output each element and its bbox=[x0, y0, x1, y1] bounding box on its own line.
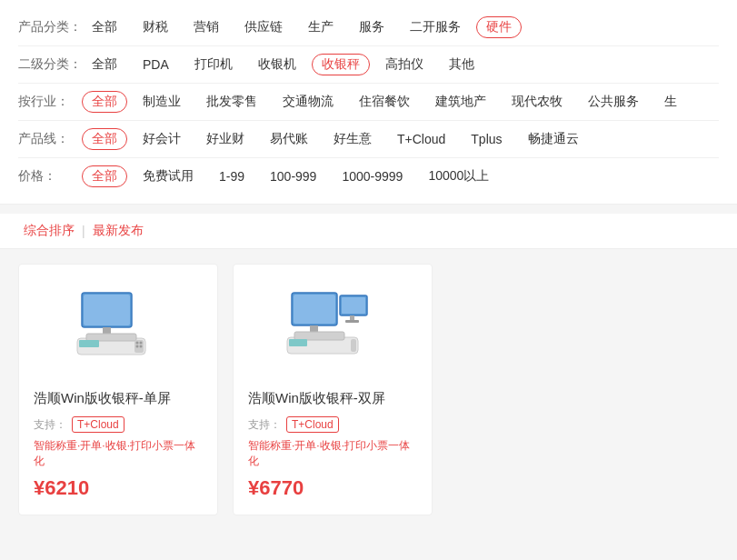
product-title-2: 浩顺Win版收银秤-双屏 bbox=[248, 390, 417, 407]
product-image-area-1 bbox=[34, 279, 203, 379]
sort-divider: | bbox=[80, 224, 87, 238]
sort-comprehensive[interactable]: 综合排序 bbox=[18, 221, 80, 241]
filter-item-price-p2[interactable]: 100-999 bbox=[260, 166, 326, 186]
filter-item-sub-other[interactable]: 其他 bbox=[439, 54, 484, 75]
filter-item-pl-tplus[interactable]: Tplus bbox=[461, 129, 512, 149]
filter-item-cat-all[interactable]: 全部 bbox=[82, 16, 127, 38]
svg-point-10 bbox=[140, 345, 143, 348]
filter-item-sub-pda[interactable]: PDA bbox=[133, 55, 179, 75]
filter-row-price: 价格： 全部 免费试用 1-99 100-999 1000-9999 10000… bbox=[18, 158, 719, 195]
filter-item-ind-manufacturing[interactable]: 制造业 bbox=[133, 91, 191, 113]
filter-item-sub-camera[interactable]: 高拍仪 bbox=[375, 54, 433, 75]
product-price-1: ¥6210 bbox=[34, 476, 203, 500]
filter-item-cat-hardware[interactable]: 硬件 bbox=[476, 16, 522, 38]
filter-items-sub-category: 全部 PDA 打印机 收银机 收银秤 高拍仪 其他 bbox=[82, 54, 484, 75]
filter-item-pl-all[interactable]: 全部 bbox=[82, 128, 127, 150]
filter-items-product-line: 全部 好会计 好业财 易代账 好生意 T+Cloud Tplus 畅捷通云 bbox=[82, 128, 589, 150]
filter-item-price-p1[interactable]: 1-99 bbox=[209, 166, 254, 186]
filter-item-pl-express[interactable]: 畅捷通云 bbox=[518, 128, 589, 150]
svg-rect-22 bbox=[351, 339, 356, 352]
filter-item-pl-business[interactable]: 好生意 bbox=[324, 128, 382, 150]
filter-item-ind-hospitality[interactable]: 住宿餐饮 bbox=[349, 91, 420, 113]
product-support-1: 支持： T+Cloud bbox=[34, 416, 203, 433]
filter-row-sub-category: 二级分类： 全部 PDA 打印机 收银机 收银秤 高拍仪 其他 bbox=[18, 46, 719, 84]
filter-item-pl-account[interactable]: 好会计 bbox=[133, 128, 191, 150]
filter-label-product-line: 产品线： bbox=[18, 131, 82, 147]
filter-item-cat-production[interactable]: 生产 bbox=[298, 16, 344, 38]
product-desc-1: 智能称重·开单·收银·打印小票一体化 bbox=[34, 438, 203, 469]
filter-item-ind-retail[interactable]: 批发零售 bbox=[196, 91, 267, 113]
filter-item-ind-logistics[interactable]: 交通物流 bbox=[273, 91, 344, 113]
filter-label-industry: 按行业： bbox=[18, 94, 82, 110]
filter-item-pl-finance[interactable]: 好业财 bbox=[196, 128, 254, 150]
filter-item-price-all[interactable]: 全部 bbox=[82, 165, 127, 187]
svg-rect-13 bbox=[294, 295, 335, 324]
svg-rect-15 bbox=[342, 297, 365, 314]
filter-label-sub-category: 二级分类： bbox=[18, 56, 82, 73]
svg-point-9 bbox=[136, 345, 139, 348]
filter-label-price: 价格： bbox=[18, 168, 82, 185]
product-image-1 bbox=[64, 288, 173, 370]
filter-item-pl-tcloud[interactable]: T+Cloud bbox=[387, 129, 455, 149]
filter-row-product-category: 产品分类： 全部 财税 营销 供应链 生产 服务 二开服务 硬件 bbox=[18, 9, 719, 46]
product-title-1: 浩顺Win版收银秤-单屏 bbox=[34, 390, 203, 407]
support-tag-2[interactable]: T+Cloud bbox=[286, 416, 339, 433]
filter-item-cat-service[interactable]: 服务 bbox=[349, 16, 394, 38]
svg-rect-19 bbox=[345, 320, 359, 323]
filter-item-cat-supply[interactable]: 供应链 bbox=[234, 16, 293, 38]
filter-item-cat-dev[interactable]: 二开服务 bbox=[400, 16, 471, 38]
product-price-2: ¥6770 bbox=[248, 476, 417, 500]
filter-item-sub-scale[interactable]: 收银秤 bbox=[312, 54, 370, 75]
support-tag-1[interactable]: T+Cloud bbox=[72, 416, 124, 433]
svg-rect-5 bbox=[86, 334, 136, 341]
support-label-2: 支持： bbox=[248, 417, 281, 433]
sort-latest[interactable]: 最新发布 bbox=[87, 221, 149, 241]
product-desc-2: 智能称重·开单·收银·打印小票一体化 bbox=[248, 438, 417, 469]
filter-item-cat-marketing[interactable]: 营销 bbox=[184, 16, 229, 38]
filter-item-pl-tax2[interactable]: 易代账 bbox=[260, 128, 318, 150]
product-image-area-2 bbox=[248, 279, 417, 379]
filter-item-ind-bio[interactable]: 生 bbox=[654, 91, 687, 113]
products-area: 浩顺Win版收银秤-单屏 支持： T+Cloud 智能称重·开单·收银·打印小票… bbox=[0, 249, 737, 530]
filter-row-product-line: 产品线： 全部 好会计 好业财 易代账 好生意 T+Cloud Tplus 畅捷… bbox=[18, 121, 719, 158]
svg-rect-23 bbox=[289, 339, 307, 346]
svg-rect-21 bbox=[294, 332, 344, 340]
filter-item-sub-cashier[interactable]: 收银机 bbox=[248, 54, 306, 75]
filter-items-product-category: 全部 财税 营销 供应链 生产 服务 二开服务 硬件 bbox=[82, 16, 522, 38]
filter-item-ind-public[interactable]: 公共服务 bbox=[578, 91, 649, 113]
product-card-2[interactable]: 浩顺Win版收银秤-双屏 支持： T+Cloud 智能称重·开单·收银·打印小票… bbox=[233, 264, 433, 515]
product-image-2 bbox=[278, 288, 387, 370]
filter-item-ind-realestate[interactable]: 建筑地产 bbox=[425, 91, 496, 113]
filter-items-price: 全部 免费试用 1-99 100-999 1000-9999 10000以上 bbox=[82, 165, 499, 187]
svg-point-7 bbox=[136, 342, 139, 345]
sort-bar: 综合排序 | 最新发布 bbox=[0, 214, 737, 249]
filter-item-sub-all[interactable]: 全部 bbox=[82, 54, 127, 75]
filter-label-product-category: 产品分类： bbox=[18, 19, 82, 35]
support-label-1: 支持： bbox=[34, 417, 66, 433]
filter-item-ind-agriculture[interactable]: 现代农牧 bbox=[502, 91, 573, 113]
filter-row-industry: 按行业： 全部 制造业 批发零售 交通物流 住宿餐饮 建筑地产 现代农牧 公共服… bbox=[18, 84, 719, 121]
filter-item-price-p3[interactable]: 1000-9999 bbox=[332, 166, 413, 186]
product-card-1[interactable]: 浩顺Win版收银秤-单屏 支持： T+Cloud 智能称重·开单·收银·打印小票… bbox=[18, 264, 218, 515]
filter-items-industry: 全部 制造业 批发零售 交通物流 住宿餐饮 建筑地产 现代农牧 公共服务 生 bbox=[82, 91, 687, 113]
filter-item-ind-all[interactable]: 全部 bbox=[82, 91, 127, 113]
product-support-2: 支持： T+Cloud bbox=[248, 416, 417, 433]
svg-rect-1 bbox=[84, 295, 130, 325]
filter-item-price-free[interactable]: 免费试用 bbox=[133, 165, 204, 187]
svg-point-8 bbox=[140, 342, 143, 345]
filter-item-price-p4[interactable]: 10000以上 bbox=[418, 165, 499, 187]
svg-rect-11 bbox=[79, 340, 99, 347]
filter-item-cat-tax[interactable]: 财税 bbox=[133, 16, 178, 38]
filter-item-sub-printer[interactable]: 打印机 bbox=[184, 54, 243, 75]
filter-section: 产品分类： 全部 财税 营销 供应链 生产 服务 二开服务 硬件 二级分类： 全… bbox=[0, 0, 737, 205]
